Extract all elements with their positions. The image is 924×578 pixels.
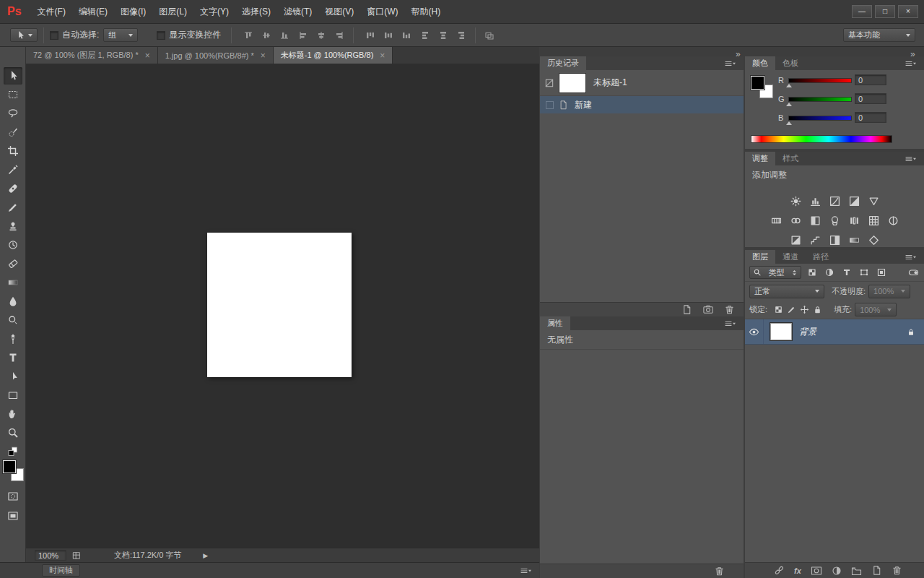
history-source-checkbox[interactable] <box>546 101 554 109</box>
slider-thumb[interactable] <box>786 121 792 125</box>
distribute-vertical-centers-button[interactable] <box>380 27 396 43</box>
slider-thumb[interactable] <box>786 103 792 106</box>
levels-icon[interactable] <box>808 195 821 207</box>
auto-align-button[interactable] <box>481 27 497 43</box>
channel-mixer-icon[interactable] <box>847 215 860 226</box>
panel-menu-icon[interactable] <box>520 567 532 574</box>
tool-preset-picker[interactable] <box>10 28 38 42</box>
panel-menu-icon[interactable] <box>725 320 736 327</box>
document-tab-1[interactable]: 72 @ 100% (图层 1, RGB/8) * × <box>26 47 158 64</box>
new-adjustment-layer-button[interactable] <box>832 566 842 576</box>
align-bottom-edges-button[interactable] <box>276 27 292 43</box>
color-balance-icon[interactable] <box>789 215 802 226</box>
history-step-new[interactable]: 新建 <box>540 96 744 113</box>
eyedropper-tool[interactable] <box>4 161 22 178</box>
quick-selection-tool[interactable] <box>4 124 22 141</box>
close-button[interactable]: × <box>898 5 918 18</box>
channel-r-slider[interactable] <box>788 78 852 83</box>
channel-b-slider[interactable] <box>788 116 852 121</box>
menu-select[interactable]: 选择(S) <box>235 0 277 24</box>
distribute-horizontal-centers-button[interactable] <box>435 27 451 43</box>
new-layer-button[interactable] <box>871 565 882 576</box>
adjustment-icon[interactable] <box>886 215 899 226</box>
align-horizontal-centers-button[interactable] <box>313 27 329 43</box>
foreground-color-swatch[interactable] <box>3 460 16 473</box>
distribute-left-edges-button[interactable] <box>417 27 433 43</box>
link-layers-button[interactable] <box>774 565 785 576</box>
foreground-color-swatch[interactable] <box>751 76 764 90</box>
tab-paths[interactable]: 路径 <box>806 250 836 264</box>
fill-dropdown[interactable]: 100% <box>855 303 897 316</box>
tab-layers[interactable]: 图层 <box>745 250 775 264</box>
distribute-right-edges-button[interactable] <box>453 27 469 43</box>
filter-type-layers-icon[interactable] <box>840 266 853 279</box>
status-menu-arrow-icon[interactable]: ▶ <box>203 552 208 559</box>
panel-menu-icon[interactable] <box>905 155 917 163</box>
move-tool[interactable] <box>4 67 22 85</box>
menu-file[interactable]: 文件(F) <box>31 0 72 24</box>
crop-tool[interactable] <box>4 142 22 160</box>
add-layer-mask-button[interactable] <box>811 566 822 576</box>
default-colors-icon[interactable] <box>4 446 22 457</box>
tab-swatches[interactable]: 色板 <box>775 56 806 70</box>
horizontal-type-tool[interactable] <box>4 349 22 366</box>
menu-help[interactable]: 帮助(H) <box>405 0 448 24</box>
history-source-icon[interactable] <box>540 78 559 88</box>
menu-image[interactable]: 图像(I) <box>114 0 152 24</box>
document-canvas[interactable] <box>207 233 352 377</box>
quick-mask-tool[interactable] <box>4 488 22 505</box>
channel-g-slider[interactable] <box>788 97 852 102</box>
black-white-icon[interactable] <box>808 215 821 226</box>
rectangle-tool[interactable] <box>4 387 22 404</box>
panel-menu-icon[interactable] <box>725 60 736 67</box>
tab-color[interactable]: 颜色 <box>745 56 775 70</box>
color-lookup-icon[interactable] <box>867 215 880 226</box>
brightness-contrast-icon[interactable] <box>789 195 802 207</box>
document-tab-2[interactable]: 1.jpg @ 100%(RGB/8#) * × <box>158 47 274 64</box>
close-tab-icon[interactable]: × <box>380 51 385 60</box>
exposure-icon[interactable] <box>847 195 860 207</box>
slider-thumb[interactable] <box>786 84 792 87</box>
close-tab-icon[interactable]: × <box>261 51 266 60</box>
selective-color-icon[interactable] <box>867 234 880 246</box>
clone-stamp-tool[interactable] <box>4 217 22 235</box>
hand-tool[interactable] <box>4 405 22 423</box>
lock-pixels-icon[interactable] <box>785 304 798 316</box>
gradient-tool[interactable] <box>4 274 22 291</box>
spot-healing-brush-tool[interactable] <box>4 180 22 197</box>
posterize-icon[interactable] <box>808 234 821 246</box>
filter-pixel-layers-icon[interactable] <box>806 266 819 279</box>
workspace-switcher[interactable]: 基本功能 <box>843 28 915 42</box>
align-left-edges-button[interactable] <box>295 27 311 43</box>
close-tab-icon[interactable]: × <box>145 51 150 60</box>
layer-row-background[interactable]: 背景 <box>745 319 924 345</box>
layer-style-button[interactable]: fx <box>794 566 801 575</box>
delete-state-button[interactable] <box>724 304 735 315</box>
hue-saturation-icon[interactable] <box>770 215 783 226</box>
minimize-button[interactable]: — <box>852 5 872 18</box>
menu-type[interactable]: 文字(Y) <box>193 0 235 24</box>
channel-b-value[interactable]: 0 <box>855 112 886 123</box>
maximize-button[interactable]: □ <box>875 5 895 18</box>
panel-menu-icon[interactable] <box>905 60 917 67</box>
filter-toggle-icon[interactable] <box>907 266 920 279</box>
document-tab-3-active[interactable]: 未标题-1 @ 100%(RGB/8) × <box>274 47 393 64</box>
distribute-top-edges-button[interactable] <box>362 27 378 43</box>
auto-select-scope-dropdown[interactable]: 组 <box>103 28 138 42</box>
filter-smart-objects-icon[interactable] <box>875 266 888 279</box>
channel-r-value[interactable]: 0 <box>855 74 886 85</box>
rectangular-marquee-tool[interactable] <box>4 86 22 103</box>
threshold-icon[interactable] <box>828 234 841 246</box>
tab-timeline[interactable]: 时间轴 <box>42 564 80 577</box>
menu-edit[interactable]: 编辑(E) <box>72 0 114 24</box>
vibrance-icon[interactable] <box>867 195 880 207</box>
new-document-from-state-button[interactable] <box>681 304 692 315</box>
tab-styles[interactable]: 样式 <box>775 152 806 165</box>
color-spectrum-ramp[interactable] <box>751 135 892 143</box>
tab-history[interactable]: 历史记录 <box>540 56 586 70</box>
align-right-edges-button[interactable] <box>331 27 347 43</box>
show-transform-checkbox[interactable] <box>157 31 165 40</box>
lasso-tool[interactable] <box>4 105 22 122</box>
pen-tool[interactable] <box>4 330 22 348</box>
history-snapshot-row[interactable]: 未标题-1 <box>540 70 744 96</box>
